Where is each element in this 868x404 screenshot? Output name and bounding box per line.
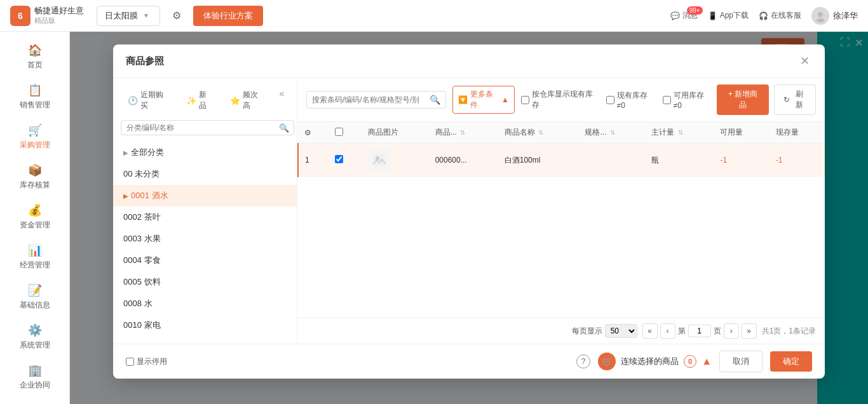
cancel-button[interactable]: 取消: [719, 351, 763, 372]
category-item-0003[interactable]: 0003 水果: [113, 228, 297, 250]
per-page-dropdown[interactable]: 50 100 200: [605, 324, 637, 338]
cell-rownum: 1: [298, 144, 329, 177]
category-search-icon: 🔍: [279, 123, 289, 133]
col-name[interactable]: 商品名称 ⇅: [498, 122, 579, 144]
sidebar-item-system[interactable]: ⚙️ 系统管理: [0, 317, 69, 357]
user-area[interactable]: 徐泽华: [811, 7, 858, 25]
tab-new-label: 新品: [199, 90, 214, 111]
filter-button[interactable]: 🔽 更多条件 ▲: [452, 86, 515, 114]
sidebar-item-enterprise[interactable]: 🏢 企业协同: [0, 357, 69, 397]
col-code[interactable]: 商品... ⇅: [429, 122, 498, 144]
checkbox-warehouse[interactable]: 按仓库显示现有库存: [521, 89, 597, 111]
category-item-0002-label: 0002 茶叶: [123, 212, 161, 223]
help-icon[interactable]: ?: [576, 354, 590, 368]
page-prev-button[interactable]: ‹: [660, 323, 675, 339]
refresh-button[interactable]: ↻ 刷新: [774, 84, 816, 115]
message-item[interactable]: 💬 消息 99+: [670, 10, 698, 21]
gear-icon[interactable]: ⚙: [166, 6, 187, 26]
sidebar-item-finance[interactable]: 💰 资金管理: [0, 197, 69, 237]
category-item-0005-label: 0005 饮料: [123, 276, 161, 288]
page-suffix: 页: [714, 326, 721, 337]
category-item-all[interactable]: ▶ 全部分类: [113, 142, 297, 163]
show-disabled-input[interactable]: [126, 358, 134, 366]
col-image: 商品图片: [362, 122, 429, 144]
page-first-button[interactable]: «: [642, 323, 658, 339]
cell-check[interactable]: [329, 144, 361, 177]
checkbox-stock-nonzero-input[interactable]: [606, 96, 614, 104]
cell-unit: 瓶: [645, 144, 714, 177]
table-row[interactable]: 1: [298, 144, 825, 177]
cell-stock: -1: [770, 144, 825, 177]
checkbox-available-nonzero[interactable]: 可用库存≠0: [663, 90, 710, 110]
category-item-00[interactable]: 00 未分类: [113, 163, 297, 185]
col-check: [329, 122, 361, 144]
sidebar-item-guide[interactable]: 🎯 新手引导: [0, 397, 69, 404]
sidebar-item-purchase[interactable]: 🛒 采购管理: [0, 117, 69, 157]
page-number-input[interactable]: [688, 325, 711, 337]
sidebar-item-home[interactable]: 🏠 首页: [0, 37, 69, 77]
refresh-label: 刷新: [792, 89, 806, 111]
category-item-0003-label: 0003 水果: [123, 233, 161, 245]
user-name: 徐泽华: [833, 10, 858, 22]
search-input[interactable]: [307, 92, 424, 107]
category-item-0004[interactable]: 0004 零食: [113, 250, 297, 271]
category-item-0001[interactable]: ▶ 0001 酒水: [113, 185, 297, 206]
collapse-panel-icon[interactable]: «: [275, 86, 289, 101]
sidebar-item-business[interactable]: 📊 经营管理: [0, 237, 69, 277]
checkbox-stock-nonzero[interactable]: 现有库存≠0: [606, 90, 654, 110]
cell-code: 000600...: [429, 144, 498, 177]
dialog-close-icon[interactable]: ✕: [797, 53, 812, 69]
add-product-button[interactable]: + 新增商品: [717, 84, 770, 115]
home-icon: 🏠: [28, 43, 42, 57]
cart-label: 连续选择的商品: [621, 356, 679, 367]
svg-point-3: [376, 156, 379, 160]
cart-count: 0: [684, 355, 696, 368]
per-page-select: 每页显示 50 100 200: [572, 324, 637, 338]
confirm-button[interactable]: 确定: [770, 351, 812, 372]
category-list: ▶ 全部分类 00 未分类 ▶ 0001 酒水 0002 茶: [113, 142, 297, 336]
page-last-button[interactable]: »: [742, 323, 757, 339]
online-service-label: 在线客服: [771, 10, 801, 21]
sidebar-item-purchase-label: 采购管理: [20, 140, 50, 151]
search-button[interactable]: 🔍: [424, 91, 445, 108]
cart-area: 🛒 连续选择的商品 0 ▲: [598, 353, 712, 370]
search-box: 🔍: [306, 91, 446, 109]
page-next-button[interactable]: ›: [724, 323, 739, 339]
product-thumbnail: [368, 149, 391, 172]
app-download-item[interactable]: 📱 App下载: [708, 10, 749, 21]
sidebar-item-inventory[interactable]: 📦 库存核算: [0, 157, 69, 197]
expand-arrow-icon: ▶: [123, 149, 128, 156]
top-header: 6 畅捷通好生意 精品版 日太阳膜 ▼ ⚙ 体验行业方案 💬 消息 99+ 📱 …: [0, 0, 868, 32]
sales-icon: 📋: [28, 83, 42, 97]
tab-recent[interactable]: 🕐 近期购买: [121, 86, 177, 115]
collapse-footer-icon[interactable]: ▲: [702, 356, 712, 367]
sidebar-item-sales[interactable]: 📋 销售管理: [0, 77, 69, 117]
category-item-0008[interactable]: 0008 水: [113, 293, 297, 314]
category-panel: 🕐 近期购买 ✨ 新品 ⭐ 频次高 «: [113, 78, 297, 344]
col-spec[interactable]: 规格... ⇅: [578, 122, 645, 144]
online-service-item[interactable]: 🎧 在线客服: [759, 10, 801, 21]
svg-point-0: [818, 12, 823, 17]
col-gear[interactable]: ⚙: [298, 122, 329, 144]
category-item-0002[interactable]: 0002 茶叶: [113, 206, 297, 228]
app-icon: 📱: [708, 11, 717, 20]
tab-new[interactable]: ✨ 新品: [179, 86, 220, 115]
category-item-0010[interactable]: 0010 家电: [113, 314, 297, 336]
category-item-0005[interactable]: 0005 饮料: [113, 271, 297, 293]
checkbox-available-nonzero-input[interactable]: [663, 96, 671, 104]
tab-frequent[interactable]: ⭐ 频次高: [223, 86, 272, 115]
category-search-input[interactable]: [121, 120, 294, 135]
show-disabled-checkbox[interactable]: 显示停用: [126, 356, 167, 367]
checkbox-warehouse-input[interactable]: [521, 96, 529, 104]
trial-button[interactable]: 体验行业方案: [193, 6, 263, 26]
inventory-icon: 📦: [28, 163, 42, 177]
sidebar-item-basic[interactable]: 📝 基础信息: [0, 277, 69, 317]
main-layout: 🏠 首页 📋 销售管理 🛒 采购管理 📦 库存核算 💰 资金管理 📊 经营管理 …: [0, 32, 868, 404]
row-checkbox[interactable]: [335, 155, 343, 163]
col-unit[interactable]: 主计量 ⇅: [645, 122, 714, 144]
select-all-checkbox[interactable]: [335, 128, 343, 136]
nav-selector[interactable]: 日太阳膜 ▼: [97, 6, 160, 26]
finance-icon: 💰: [28, 203, 42, 217]
sidebar-item-finance-label: 资金管理: [20, 220, 50, 231]
checkbox-stock-nonzero-label: 现有库存≠0: [617, 90, 654, 110]
